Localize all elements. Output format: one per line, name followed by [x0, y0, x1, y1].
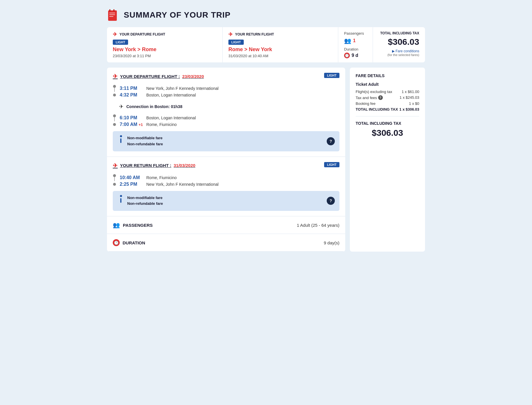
dep-place-1: New York, John F Kennedy International — [146, 86, 219, 91]
main-content: ✈ YOUR DEPARTURE FLIGHT : 23/03/2020 LIG… — [107, 68, 425, 252]
dep-dot-line-1 — [114, 88, 115, 92]
departure-second-leg: 6:10 PM Boston, Logan International 7:00… — [113, 114, 339, 127]
dep-fare-info-text: Non-modifiable fare Non-refundable fare — [127, 135, 163, 147]
flights-panel: ✈ YOUR DEPARTURE FLIGHT : 23/03/2020 LIG… — [107, 68, 345, 252]
dep-place-4: Rome, Fiumicino — [146, 122, 177, 127]
fare-line-3-value: 1 x $0 — [409, 101, 419, 106]
fare-conditions-sub: (for the selected fares) — [379, 53, 419, 57]
dep-place-2: Boston, Logan International — [146, 93, 196, 97]
dep-fare-help-btn[interactable]: ? — [327, 137, 335, 145]
dep-time-2: 4:32 PM — [120, 92, 143, 98]
connection-row: ✈ Connection in Boston: 01h38 — [119, 101, 339, 112]
return-label: ✈ YOUR RETURN FLIGHT — [228, 31, 332, 38]
fare-line-3-label: Booking fee — [356, 101, 376, 106]
fare-line-2-label: Tax and fees ? — [356, 95, 383, 100]
ret-time-2: 2:25 PM — [120, 182, 143, 187]
svg-rect-2 — [113, 9, 114, 12]
info-icon — [117, 135, 124, 144]
fare-line-2-value: 1 x $245.03 — [400, 95, 419, 100]
summary-pax-duration: Passengers 👥 1 Duration 🕐 9 d — [338, 27, 373, 62]
dep-fare-info-box: Non-modifiable fare Non-refundable fare … — [113, 131, 339, 151]
departure-section-header: ✈ YOUR DEPARTURE FLIGHT : 23/03/2020 LIG… — [113, 73, 339, 80]
summary-return: ✈ YOUR RETURN FLIGHT LIGHT Rome > New Yo… — [223, 27, 338, 62]
total-amount: $306.03 — [379, 37, 419, 47]
ret-dot-2 — [113, 183, 116, 186]
ret-fare-info-left: Non-modifiable fare Non-refundable fare — [117, 195, 163, 207]
page-title: SUMMARY OF YOUR TRIP — [124, 10, 231, 20]
return-stops: 10:40 AM Rome, Fiumicino 2:25 PM New Yor… — [113, 174, 339, 187]
fare-line-1-value: 1 x $61.00 — [402, 90, 419, 94]
departure-route: New York > Rome — [113, 47, 217, 53]
dep-dot-circle-1 — [113, 85, 116, 88]
page-wrapper: SUMMARY OF YOUR TRIP ✈ YOUR DEPARTURE FL… — [107, 6, 425, 252]
svg-rect-5 — [109, 16, 113, 17]
pax-label: Passengers — [344, 31, 367, 36]
pax-count: 👥 1 — [344, 37, 367, 44]
departure-time: 23/03/2020 at 3:11 PM — [113, 54, 217, 58]
departure-section-title: ✈ YOUR DEPARTURE FLIGHT : 23/03/2020 — [113, 73, 204, 80]
fare-total-line: TOTAL INCLUDING TAX 1 x $306.03 — [356, 107, 419, 112]
fare-grand-amount: $306.03 — [356, 128, 419, 138]
return-badge: LIGHT — [228, 40, 244, 45]
return-section-header: ✈ YOUR RETURN FLIGHT : 31/03/2020 LIGHT — [113, 162, 339, 169]
departure-section: ✈ YOUR DEPARTURE FLIGHT : 23/03/2020 LIG… — [107, 68, 345, 157]
ret-dot-circle-2 — [113, 183, 116, 186]
fare-line-3: Booking fee 1 x $0 — [356, 101, 419, 106]
pax-icon: 👥 — [344, 37, 351, 44]
passengers-row: 👥 PASSENGERS 1 Adult (25 - 64 years) — [107, 216, 345, 234]
return-time: 31/03/2020 at 10:40 AM — [228, 54, 332, 58]
duration-clock-icon: 🕐 — [113, 239, 120, 246]
dep-dot-circle-3 — [113, 114, 116, 117]
ret-stop-2: 2:25 PM New York, John F Kennedy Interna… — [113, 182, 339, 187]
duration-label-row: 🕐 DURATION — [113, 239, 145, 246]
dep-dot-2 — [113, 94, 116, 96]
departure-label: ✈ YOUR DEPARTURE FLIGHT — [113, 31, 217, 38]
dep-stop-2: 4:32 PM Boston, Logan International — [113, 92, 339, 98]
dep-dot-3 — [113, 114, 116, 121]
fare-line-2: Tax and fees ? 1 x $245.03 — [356, 95, 419, 100]
total-label: TOTAL INCLUDING TAX — [379, 31, 419, 35]
fare-total-line-label: TOTAL INCLUDING TAX — [356, 107, 398, 112]
ret-place-2: New York, John F Kennedy International — [146, 182, 219, 187]
fare-details-title: FARE DETAILS — [356, 73, 419, 78]
ret-dot-circle-1 — [113, 174, 116, 177]
dep-dot-circle-2 — [113, 94, 116, 96]
duration-value: 9 day(s) — [324, 240, 339, 245]
summary-bar: ✈ YOUR DEPARTURE FLIGHT LIGHT New York >… — [107, 27, 425, 62]
dep-place-3: Boston, Logan International — [146, 116, 196, 120]
ret-fare-info-text: Non-modifiable fare Non-refundable fare — [127, 195, 163, 207]
duration-label: Duration — [344, 47, 367, 51]
ret-section-date: 31/03/2020 — [174, 163, 195, 168]
tax-help-icon[interactable]: ? — [378, 95, 383, 100]
svg-rect-4 — [109, 14, 115, 15]
ret-section-plane-icon: ✈ — [113, 162, 118, 169]
ret-time-1: 10:40 AM — [120, 175, 143, 180]
dep-dot-1 — [113, 85, 116, 92]
fare-line-1: Flight(s) excluding tax 1 x $61.00 — [356, 90, 419, 94]
dep-stop-4: 7:00 AM +1 Rome, Fiumicino — [113, 122, 339, 127]
ret-section-badge: LIGHT — [324, 162, 339, 167]
dep-section-badge: LIGHT — [324, 73, 339, 78]
fare-conditions-link[interactable]: ▶ Fare conditions — [379, 49, 419, 53]
fare-total-line-value: 1 x $306.03 — [399, 107, 419, 112]
summary-departure: ✈ YOUR DEPARTURE FLIGHT LIGHT New York >… — [107, 27, 223, 62]
connection-icon: ✈ — [119, 103, 123, 110]
fare-line-1-label: Flight(s) excluding tax — [356, 90, 392, 94]
ret-fare-help-btn[interactable]: ? — [327, 197, 335, 205]
dep-plus: +1 — [138, 122, 143, 127]
duration-value: 🕐 9 d — [344, 53, 367, 58]
dep-stop-1: 3:11 PM New York, John F Kennedy Interna… — [113, 85, 339, 92]
return-section-title: ✈ YOUR RETURN FLIGHT : 31/03/2020 — [113, 162, 195, 169]
return-section: ✈ YOUR RETURN FLIGHT : 31/03/2020 LIGHT … — [107, 157, 345, 217]
summary-total: TOTAL INCLUDING TAX $306.03 ▶ Fare condi… — [373, 27, 425, 62]
svg-rect-3 — [109, 13, 115, 13]
ret-dot-line-1 — [114, 177, 115, 181]
ret-dot-1 — [113, 174, 116, 181]
dep-time-4: 7:00 AM +1 — [120, 122, 143, 127]
ret-fare-info-box: Non-modifiable fare Non-refundable fare … — [113, 191, 339, 211]
dep-fare-info-left: Non-modifiable fare Non-refundable fare — [117, 135, 163, 147]
ret-place-1: Rome, Fiumicino — [146, 175, 177, 180]
dep-section-date: 23/03/2020 — [182, 74, 204, 79]
return-route: Rome > New York — [228, 47, 332, 53]
passengers-value: 1 Adult (25 - 64 years) — [297, 223, 339, 228]
